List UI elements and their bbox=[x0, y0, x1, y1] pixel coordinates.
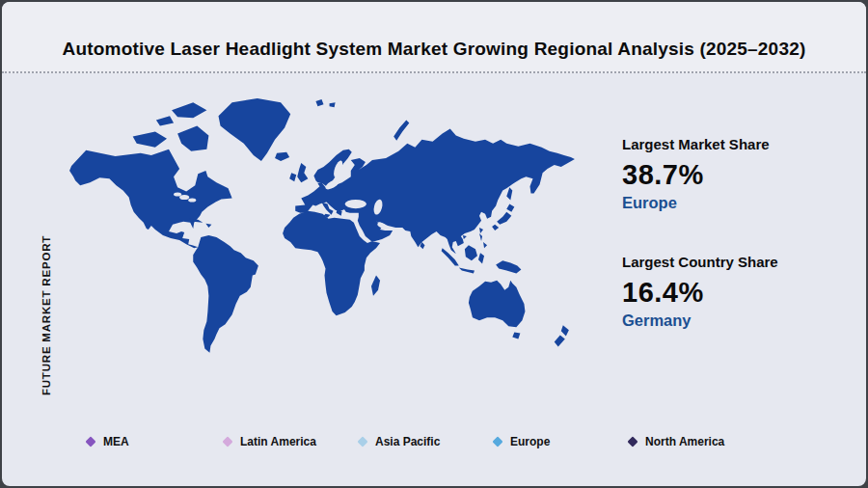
page-title: Automotive Laser Headlight System Market… bbox=[2, 2, 866, 60]
landmasses bbox=[69, 98, 575, 353]
legend-marker-diamond bbox=[85, 436, 95, 447]
new-zealand bbox=[555, 325, 569, 346]
stat-label: Largest Market Share bbox=[622, 136, 854, 152]
legend-marker-diamond bbox=[627, 436, 637, 447]
continent-south-america bbox=[193, 235, 258, 353]
madagascar bbox=[371, 276, 380, 296]
stat-largest-market-share: Largest Market Share 38.7% Europe bbox=[622, 136, 854, 212]
stat-largest-country-share: Largest Country Share 16.4% Germany bbox=[622, 254, 854, 330]
australia bbox=[469, 281, 526, 339]
british-isles bbox=[289, 163, 308, 182]
stat-region: Europe bbox=[622, 194, 854, 212]
legend-item-latin-america: Latin America bbox=[224, 434, 316, 449]
arctic-islands bbox=[133, 102, 209, 151]
arctic-minor-islands bbox=[315, 99, 409, 141]
great-lakes-west bbox=[174, 192, 181, 196]
legend-label: MEA bbox=[103, 435, 129, 448]
legend-item-asia-pacific: Asia Pacific bbox=[359, 434, 440, 449]
legend-marker-diamond bbox=[222, 436, 232, 447]
legend-label: Europe bbox=[510, 435, 550, 448]
world-map-svg bbox=[63, 93, 583, 376]
brand-watermark: FUTURE MARKET REPORT bbox=[41, 235, 52, 395]
infographic-card: Automotive Laser Headlight System Market… bbox=[0, 0, 868, 488]
great-lakes bbox=[179, 195, 189, 200]
header: Automotive Laser Headlight System Market… bbox=[2, 2, 866, 73]
legend-marker-diamond bbox=[357, 436, 367, 447]
stat-region: Germany bbox=[622, 312, 854, 330]
legend-label: North America bbox=[645, 435, 724, 448]
legend-marker-diamond bbox=[492, 436, 502, 447]
legend-label: Latin America bbox=[240, 435, 316, 448]
continent-north-america bbox=[69, 149, 232, 248]
world-map bbox=[63, 93, 583, 376]
stat-label: Largest Country Share bbox=[622, 254, 854, 270]
iceland bbox=[275, 152, 289, 161]
legend-item-mea: MEA bbox=[87, 434, 129, 449]
black-sea bbox=[345, 200, 366, 208]
legend-item-north-america: North America bbox=[629, 434, 724, 449]
legend-label: Asia Pacific bbox=[375, 435, 440, 448]
legend-item-europe: Europe bbox=[494, 434, 550, 449]
greenland bbox=[218, 98, 290, 161]
great-lakes-east bbox=[188, 198, 196, 202]
infographic-canvas: Automotive Laser Headlight System Market… bbox=[0, 0, 868, 488]
stat-value: 38.7% bbox=[622, 159, 854, 191]
stat-value: 16.4% bbox=[622, 277, 854, 309]
